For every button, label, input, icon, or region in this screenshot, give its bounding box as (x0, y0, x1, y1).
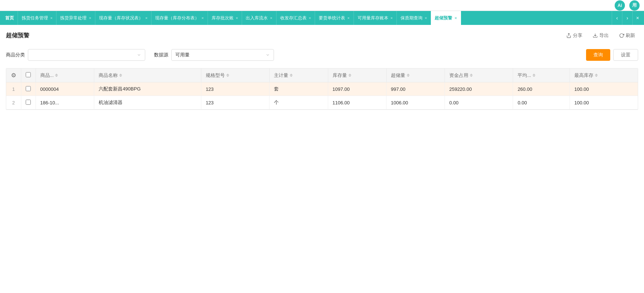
th-settings: ⚙ (6, 68, 21, 82)
nav-tab-label: 出入库流水 (246, 15, 268, 21)
export-button[interactable]: 导出 (590, 31, 612, 40)
chevron-down-icon (137, 53, 141, 57)
avatar[interactable]: 用 (629, 0, 640, 11)
nav-tab-close-overstock[interactable]: × (454, 16, 457, 20)
nav-tab-collect[interactable]: 收发存汇总表× (277, 11, 315, 25)
nav-tab-label: 拣货异常处理 (60, 15, 87, 21)
header-actions: 分享 导出 刷新 (563, 31, 638, 40)
refresh-icon (619, 33, 624, 38)
table-row[interactable]: 2 186-10... 机油滤清器 123 个 1106.00 1006.00 … (6, 96, 638, 110)
nav-tab-close-inventory-status[interactable]: × (145, 16, 147, 20)
th-spec[interactable]: 规格型号 (201, 68, 269, 82)
nav-tab-close-batch[interactable]: × (236, 16, 238, 20)
datasource-label: 数据源 (154, 52, 168, 58)
th-overstock[interactable]: 超储量 (386, 68, 444, 82)
main-content: 超储预警 分享 导出 刷新 商品分类 数据源 (0, 25, 644, 293)
th-max-stock[interactable]: 最高库存 (570, 68, 638, 82)
nav-tab-label: 保质期查询 (400, 15, 422, 21)
nav-tab-abnormal[interactable]: 拣货异常处理× (56, 11, 95, 25)
nav-more-arrow[interactable]: × (632, 11, 643, 25)
nav-tab-order-stat[interactable]: 要货单统计表× (315, 11, 354, 25)
nav-tab-inventory-status[interactable]: 现存量（库存状况表）× (95, 11, 151, 25)
nav-tab-batch[interactable]: 库存批次账× (208, 11, 242, 25)
select-all-checkbox[interactable] (26, 72, 31, 77)
table-container: ⚙ 商品... (6, 68, 638, 110)
th-unit[interactable]: 主计量 (270, 68, 328, 82)
datasource-select[interactable]: 可用量 (171, 49, 274, 61)
sort-avg-icon (533, 74, 535, 77)
row-capital: 0.00 (444, 96, 513, 110)
sort-product-code-icon (55, 74, 58, 77)
row-checkbox[interactable] (26, 86, 31, 91)
filter-row: 商品分类 数据源 可用量 查询 设置 (6, 46, 638, 64)
th-stock[interactable]: 库存量 (328, 68, 386, 82)
row-overstock: 997.00 (386, 82, 444, 96)
nav-tab-label: 现存量（库存状况表） (99, 15, 143, 21)
row-checkbox-cell (21, 96, 36, 110)
sort-product-name-icon (119, 74, 122, 77)
refresh-button[interactable]: 刷新 (616, 31, 638, 40)
share-icon (566, 33, 571, 38)
row-spec: 123 (201, 82, 269, 96)
page-header: 超储预警 分享 导出 刷新 (6, 31, 638, 40)
datasource-filter-group: 数据源 可用量 (154, 49, 274, 61)
nav-tab-inventory-dist[interactable]: 现存量（库存分布表）× (151, 11, 208, 25)
nav-tab-label: 库存批次账 (212, 15, 234, 21)
row-avg: 260.00 (513, 82, 570, 96)
row-spec: 123 (201, 96, 269, 110)
datasource-select-value: 可用量 (175, 52, 190, 58)
nav-tab-close-task[interactable]: × (50, 16, 52, 20)
nav-tab-label: 可用量库存账本 (358, 15, 388, 21)
sort-spec-icon (226, 74, 229, 77)
nav-tab-close-available[interactable]: × (391, 16, 393, 20)
nav-tab-expiry[interactable]: 保质期查询× (397, 11, 431, 25)
table-header-row: ⚙ 商品... (6, 68, 638, 82)
share-button[interactable]: 分享 (563, 31, 585, 40)
category-select[interactable] (28, 49, 145, 61)
row-product-code: 186-10... (36, 96, 94, 110)
nav-tab-label: 首页 (5, 15, 14, 21)
row-unit: 套 (270, 82, 328, 96)
row-max-stock: 100.00 (570, 96, 638, 110)
row-max-stock: 100.00 (570, 82, 638, 96)
nav-tab-overstock[interactable]: 超储预警× (431, 11, 461, 25)
row-checkbox[interactable] (26, 100, 31, 105)
sort-stock-icon (348, 74, 351, 77)
row-stock: 1106.00 (328, 96, 386, 110)
nav-prev-arrow[interactable]: ‹ (612, 11, 622, 25)
nav-tab-task[interactable]: 拣货任务管理× (18, 11, 56, 25)
nav-next-arrow[interactable]: › (622, 11, 632, 25)
nav-tab-close-inventory-dist[interactable]: × (201, 16, 204, 20)
settings-gear-icon[interactable]: ⚙ (11, 72, 16, 78)
nav-tab-label: 收发存汇总表 (280, 15, 307, 21)
nav-tab-home[interactable]: 首页 (1, 11, 18, 25)
query-button[interactable]: 查询 (586, 49, 610, 61)
nav-tab-close-collect[interactable]: × (309, 16, 311, 20)
nav-tab-close-expiry[interactable]: × (425, 16, 427, 20)
export-icon (593, 33, 598, 38)
th-capital[interactable]: 资金占用 (444, 68, 513, 82)
nav-tab-close-abnormal[interactable]: × (89, 16, 91, 20)
sort-max-stock-icon (595, 74, 598, 77)
nav-tab-label: 超储预警 (435, 15, 452, 21)
nav-tab-label: 拣货任务管理 (22, 15, 48, 21)
row-num: 1 (6, 82, 21, 96)
row-checkbox-cell (21, 82, 36, 96)
nav-tab-label: 要货单统计表 (319, 15, 345, 21)
row-product-name: 六配套新昌490BPG (94, 82, 201, 96)
page-title: 超储预警 (6, 32, 29, 40)
row-avg: 0.00 (513, 96, 570, 110)
sort-overstock-icon (407, 74, 410, 77)
nav-tab-close-inout[interactable]: × (270, 16, 272, 20)
settings-button[interactable]: 设置 (613, 49, 638, 61)
table-row[interactable]: 1 0000004 六配套新昌490BPG 123 套 1097.00 997.… (6, 82, 638, 96)
th-product-name[interactable]: 商品名称 (94, 68, 201, 82)
nav-tab-close-order-stat[interactable]: × (347, 16, 350, 20)
nav-tab-available[interactable]: 可用量库存账本× (354, 11, 397, 25)
row-capital: 259220.00 (444, 82, 513, 96)
th-avg[interactable]: 平均... (513, 68, 570, 82)
filter-actions: 查询 设置 (586, 49, 638, 61)
th-product-code[interactable]: 商品... (36, 68, 94, 82)
nav-tab-inout[interactable]: 出入库流水× (242, 11, 276, 25)
ai-button[interactable]: Ai (615, 0, 625, 11)
